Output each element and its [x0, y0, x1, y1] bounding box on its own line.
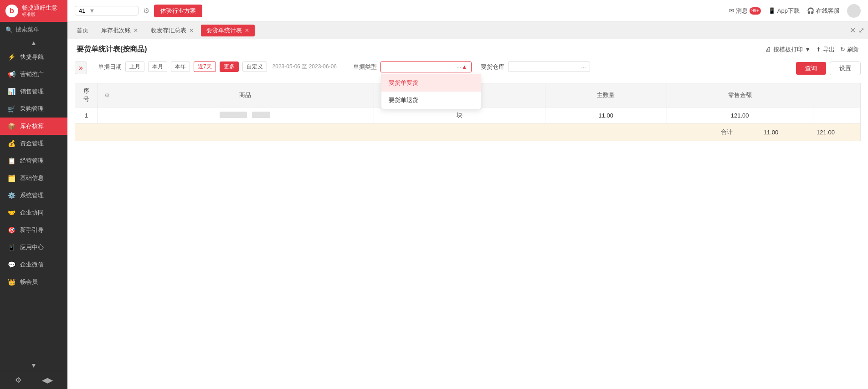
company-selector[interactable]: 41 ▼ [75, 6, 139, 15]
product-blurred [220, 112, 247, 118]
dropdown-item-order-goods-label: 要货单要货 [389, 79, 418, 86]
template-print-btn[interactable]: 🖨 按模板打印 ▼ [765, 46, 811, 54]
col-settings[interactable]: ⚙ [98, 83, 116, 107]
prev-month-btn[interactable]: 上月 [125, 61, 144, 72]
doc-type-select[interactable]: ··· ▲ 要货单要货 要货单退货 [380, 61, 472, 72]
template-print-label: 按模板打印 [773, 46, 803, 54]
sidebar-item-guide[interactable]: 🎯 新手引导 [0, 221, 67, 239]
app-download-btn[interactable]: 📱 App下载 [768, 7, 800, 15]
cell-product [116, 107, 374, 123]
filter-buttons: 查询 设置 [796, 61, 861, 75]
sidebar-item-system[interactable]: ⚙️ 系统管理 [0, 187, 67, 204]
user-avatar[interactable] [847, 4, 861, 18]
sidebar-scroll-down[interactable]: ▼ [0, 360, 67, 371]
sidebar-item-finance[interactable]: 💰 资金管理 [0, 135, 67, 152]
sidebar-footer: ⚙ ◀▶ [0, 371, 67, 389]
col-quantity: 主数量 [545, 83, 667, 107]
topbar: 41 ▼ ⚙ 体验行业方案 ✉ 消息 99+ 📱 App下载 🎧 在线客服 [67, 0, 868, 22]
sidebar-item-marketing[interactable]: 📢 营销推广 [0, 66, 67, 83]
table-settings-icon[interactable]: ⚙ [104, 92, 110, 99]
logo-title: 畅捷通好生意 [22, 4, 57, 11]
page-title: 要货单统计表(按商品) [77, 45, 147, 54]
tab-batch-account-close[interactable]: ✕ [134, 27, 138, 34]
sidebar-item-basic[interactable]: 🗂️ 基础信息 [0, 169, 67, 187]
export-btn[interactable]: ⬆ 导出 [816, 46, 835, 54]
tab-home[interactable]: 首页 [71, 25, 94, 36]
sidebar-item-operation[interactable]: 📋 经营管理 [0, 152, 67, 169]
collapse-icon[interactable]: ◀▶ [42, 376, 53, 384]
sidebar-item-purchase[interactable]: 🛒 采购管理 [0, 100, 67, 118]
sidebar-item-label: 资金管理 [20, 139, 44, 148]
refresh-icon: ↻ [840, 46, 845, 53]
this-month-btn[interactable]: 本月 [148, 61, 167, 72]
custom-date-btn[interactable]: 自定义 [242, 61, 267, 72]
last-7days-btn[interactable]: 近7天 [194, 61, 216, 72]
topbar-right: ✉ 消息 99+ 📱 App下载 🎧 在线客服 [729, 4, 861, 18]
col-amount: 零售金额 [667, 83, 813, 107]
cell-amount: 121.00 [667, 107, 813, 123]
cell-extra [813, 107, 860, 123]
trial-btn[interactable]: 体验行业方案 [154, 5, 202, 17]
apps-icon: 📱 [6, 244, 16, 251]
sidebar-item-sales[interactable]: 📊 销售管理 [0, 83, 67, 100]
online-service-label: 在线客服 [816, 7, 840, 15]
filter-toggle-btn[interactable]: » [75, 61, 87, 74]
more-dates-btn[interactable]: 更多 [220, 61, 239, 72]
dropdown-item-order-return[interactable]: 要货单退货 [381, 92, 481, 109]
page-actions: 🖨 按模板打印 ▼ ⬆ 导出 ↻ 刷新 [765, 46, 859, 54]
sidebar-item-enterprise[interactable]: 🤝 企业协同 [0, 204, 67, 221]
enterprise-icon: 🤝 [6, 209, 16, 216]
dropdown-item-order-goods[interactable]: 要货单要货 [381, 74, 481, 92]
messages-btn[interactable]: ✉ 消息 99+ [729, 7, 761, 15]
date-filter-group: 单据日期 上月 本月 本年 近7天 更多 自定义 2023-05-06 至 20… [98, 61, 337, 72]
tab-order-stats-close[interactable]: ✕ [245, 27, 249, 34]
sidebar-item-quick-nav[interactable]: ⚡ 快捷导航 [0, 48, 67, 66]
refresh-btn[interactable]: ↻ 刷新 [840, 46, 859, 54]
sidebar-item-label: 应用中心 [20, 243, 44, 251]
sales-icon: 📊 [6, 88, 16, 95]
sidebar-item-label: 企业微信 [20, 261, 44, 269]
refresh-label: 刷新 [847, 46, 859, 54]
doc-type-filter: 单据类型 ··· ▲ 要货单要货 要货单退货 [353, 61, 472, 72]
sidebar-item-label: 企业协同 [20, 209, 44, 217]
summary-amount: 121.00 [798, 129, 853, 136]
warehouse-label: 要货仓库 [481, 63, 504, 71]
tab-order-stats[interactable]: 要货单统计表 ✕ [201, 25, 255, 36]
settings-icon[interactable]: ⚙ [15, 376, 21, 384]
settings-filter-btn[interactable]: 设置 [830, 61, 861, 75]
tabs-bar: 首页 库存批次账 ✕ 收发存汇总表 ✕ 要货单统计表 ✕ ✕ ⤢ [67, 22, 868, 39]
sidebar-item-label: 基础信息 [20, 174, 44, 182]
summary-label: 合计 [721, 128, 733, 136]
sidebar-item-inventory[interactable]: 📦 库存核算 [0, 118, 67, 135]
tab-batch-account[interactable]: 库存批次账 ✕ [96, 25, 144, 36]
cell-unit: 块 [374, 107, 545, 123]
sidebar: b 畅捷通好生意 标准版 🔍 搜索菜单 ▲ ⚡ 快捷导航 📢 营销推广 📊 销售… [0, 0, 67, 389]
sidebar-item-label: 采购管理 [20, 105, 44, 113]
warehouse-select[interactable]: ··· [508, 61, 590, 72]
quick-nav-icon: ⚡ [6, 53, 16, 61]
cell-settings [98, 107, 116, 123]
tab-receivable[interactable]: 收发存汇总表 ✕ [145, 25, 199, 36]
close-all-tabs-btn[interactable]: ✕ [850, 26, 856, 35]
query-btn[interactable]: 查询 [796, 62, 826, 75]
search-icon: 🔍 [5, 26, 13, 33]
sidebar-item-label: 销售管理 [20, 87, 44, 96]
sidebar-scroll-up[interactable]: ▲ [0, 37, 67, 48]
sidebar-item-wechat[interactable]: 💬 企业微信 [0, 256, 67, 273]
sidebar-item-apps[interactable]: 📱 应用中心 [0, 239, 67, 256]
sidebar-item-label: 营销推广 [20, 70, 44, 78]
topbar-gear-icon[interactable]: ⚙ [143, 6, 149, 15]
sidebar-nav: ⚡ 快捷导航 📢 营销推广 📊 销售管理 🛒 采购管理 📦 库存核算 💰 资金管… [0, 48, 67, 360]
search-menu[interactable]: 🔍 搜索菜单 [0, 22, 67, 37]
doc-type-arrow-icon: ▲ [461, 63, 467, 71]
app-logo: b 畅捷通好生意 标准版 [0, 0, 67, 22]
product-blurred-2 [252, 112, 270, 118]
online-service-btn[interactable]: 🎧 在线客服 [807, 7, 840, 15]
doc-type-more-icon: ··· [457, 64, 461, 70]
filter-toggle-icon: » [79, 64, 83, 72]
basic-icon: 🗂️ [6, 174, 16, 182]
this-year-btn[interactable]: 本年 [171, 61, 190, 72]
sidebar-item-member[interactable]: 👑 畅会员 [0, 273, 67, 291]
expand-btn[interactable]: ⤢ [858, 26, 864, 35]
tab-receivable-close[interactable]: ✕ [189, 27, 194, 34]
